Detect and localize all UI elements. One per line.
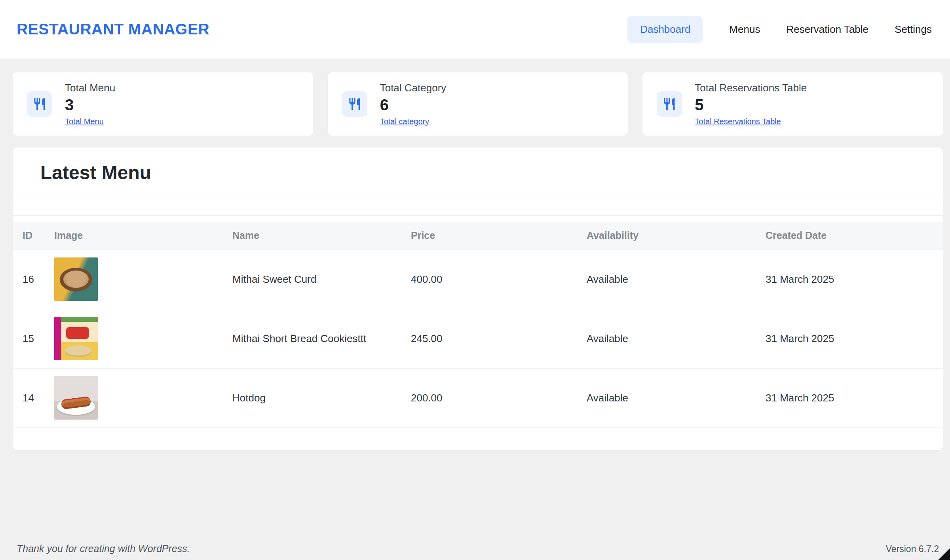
top-navigation-bar: RESTAURANT MANAGER Dashboard Menus Reser… [0, 0, 950, 59]
dashboard-content: Total Menu 3 Total Menu Total Category 6… [0, 59, 950, 450]
column-header-id: ID [13, 222, 54, 250]
nav-item-menus[interactable]: Menus [729, 16, 760, 43]
admin-footer: Thank you for creating with WordPress. V… [0, 543, 950, 560]
stat-card-total-category: Total Category 6 Total category [328, 72, 628, 136]
stat-card-total-menu: Total Menu 3 Total Menu [13, 72, 313, 136]
cell-id: 15 [13, 309, 54, 368]
stat-link-total-menu[interactable]: Total Menu [65, 117, 115, 126]
cell-name: Mithai Sweet Curd [232, 250, 411, 309]
stat-link-total-category[interactable]: Total category [380, 117, 446, 126]
nav-item-reservation-table[interactable]: Reservation Table [786, 16, 868, 43]
table-header-row: ID Image Name Price Availability Created… [13, 222, 943, 250]
cell-price: 200.00 [411, 368, 587, 428]
stat-card-total-reservations: Total Reservations Table 5 Total Reserva… [642, 72, 943, 136]
cell-created-date: 31 March 2025 [766, 250, 943, 309]
cell-image [54, 309, 232, 368]
cell-price: 400.00 [411, 250, 587, 309]
stat-title: Total Reservations Table [695, 82, 807, 94]
stat-value: 3 [65, 96, 115, 114]
stat-card-body: Total Reservations Table 5 Total Reserva… [695, 82, 807, 126]
corner-triangle [938, 548, 950, 560]
stat-value: 6 [380, 96, 446, 114]
column-header-name: Name [232, 222, 411, 250]
cell-availability: Available [587, 309, 766, 368]
table-row: 14 Hotdog 200.00 Available 31 March 2025 [13, 368, 943, 428]
column-header-availability: Availability [587, 222, 766, 250]
main-nav: Dashboard Menus Reservation Table Settin… [627, 16, 932, 43]
menu-image-cookies-box [54, 317, 98, 360]
wordpress-thanks-link[interactable]: Thank you for creating with WordPress. [17, 543, 190, 554]
stat-title: Total Menu [65, 82, 115, 94]
cell-id: 16 [13, 250, 54, 309]
table-toolbar [13, 197, 943, 216]
nav-item-dashboard[interactable]: Dashboard [627, 16, 703, 43]
cell-id: 14 [13, 368, 54, 428]
stat-card-body: Total Category 6 Total category [380, 82, 446, 126]
menu-image-hotdog [54, 376, 98, 420]
latest-menu-title: Latest Menu [13, 148, 943, 197]
latest-menu-table: ID Image Name Price Availability Created… [13, 222, 943, 428]
cell-availability: Available [587, 368, 766, 428]
cell-name: Mithai Short Bread Cookiesttt [232, 309, 411, 368]
cell-created-date: 31 March 2025 [766, 309, 943, 368]
table-row: 16 Mithai Sweet Curd 400.00 Available 31… [13, 250, 943, 309]
column-header-image: Image [54, 222, 232, 250]
stat-cards-row: Total Menu 3 Total Menu Total Category 6… [13, 72, 943, 136]
cell-image [54, 368, 232, 428]
column-header-created-date: Created Date [766, 222, 943, 250]
version-label: Version 6.7.2 [886, 544, 939, 554]
menu-image-sweet-curd [54, 257, 98, 301]
stat-value: 5 [695, 96, 807, 114]
stat-card-body: Total Menu 3 Total Menu [65, 82, 115, 126]
cell-price: 245.00 [411, 309, 587, 368]
nav-item-settings[interactable]: Settings [895, 16, 932, 43]
stat-link-total-reservations[interactable]: Total Reservations Table [695, 117, 807, 126]
utensils-icon [342, 91, 367, 117]
utensils-icon [27, 91, 52, 117]
cell-availability: Available [587, 250, 766, 309]
table-row: 15 Mithai Short Bread Cookiesttt 245.00 … [13, 309, 943, 368]
column-header-price: Price [411, 222, 587, 250]
stat-title: Total Category [380, 82, 446, 94]
utensils-icon [657, 91, 682, 117]
brand-logo[interactable]: RESTAURANT MANAGER [17, 21, 209, 38]
cell-created-date: 31 March 2025 [766, 368, 943, 428]
cell-name: Hotdog [232, 368, 411, 428]
latest-menu-card: Latest Menu ID Image Name Price Availabi… [13, 148, 943, 450]
cell-image [54, 250, 232, 309]
